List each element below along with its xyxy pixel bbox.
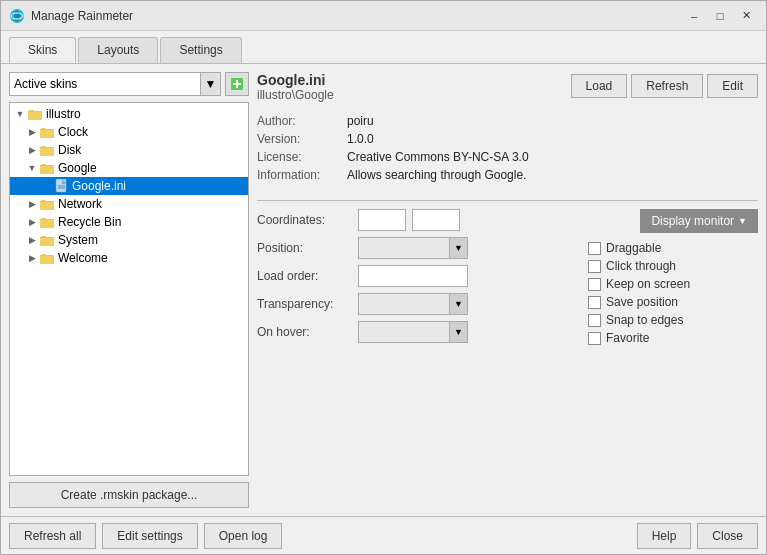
add-icon [230,77,244,91]
display-monitor-button[interactable]: Display monitor ▼ [640,209,758,233]
expand-arrow-recyclebin-icon: ▶ [26,216,38,228]
checkbox-saveposition-row: Save position [588,295,758,309]
tree-label-illustro: illustro [46,107,81,121]
tree-item-clock[interactable]: ▶ Clock [10,123,248,141]
folder-network-icon [39,196,55,212]
controls-section: Coordinates: Position: ▼ Lo [257,209,758,349]
rainmeter-icon [9,8,25,24]
tree-label-google: Google [58,161,97,175]
draggable-label: Draggable [606,241,661,255]
loadorder-input[interactable] [358,265,468,287]
keeponscreen-checkbox[interactable] [588,278,601,291]
load-button[interactable]: Load [571,74,628,98]
tree-label-recyclebin: Recycle Bin [58,215,121,229]
version-label: Version: [257,132,347,146]
draggable-checkbox[interactable] [588,242,601,255]
edit-button[interactable]: Edit [707,74,758,98]
tree-label-disk: Disk [58,143,81,157]
tab-settings[interactable]: Settings [160,37,241,63]
edit-settings-button[interactable]: Edit settings [102,523,197,549]
tree-label-network: Network [58,197,102,211]
expand-arrow-welcome-icon: ▶ [26,252,38,264]
minimize-button[interactable]: – [682,6,706,26]
tree-item-system[interactable]: ▶ System [10,231,248,249]
folder-welcome-icon [39,250,55,266]
checkboxes-column: Draggable Click through Keep on screen [588,241,758,345]
license-label: License: [257,150,347,164]
display-monitor-label: Display monitor [651,214,734,228]
folder-system-icon [39,232,55,248]
onhover-dropdown[interactable]: ▼ [358,321,468,343]
coordinates-label: Coordinates: [257,213,352,227]
favorite-checkbox[interactable] [588,332,601,345]
saveposition-label: Save position [606,295,678,309]
titlebar: Manage Rainmeter – □ ✕ [1,1,766,31]
position-label: Position: [257,241,352,255]
open-log-button[interactable]: Open log [204,523,283,549]
saveposition-checkbox[interactable] [588,296,601,309]
information-value: Allows searching through Google. [347,168,758,182]
divider [257,200,758,201]
license-value: Creative Commons BY-NC-SA 3.0 [347,150,758,164]
checkbox-favorite-row: Favorite [588,331,758,345]
main-content: Active skins ▼ ▼ [1,63,766,516]
skin-info-grid: Author: poiru Version: 1.0.0 License: Cr… [257,114,758,182]
skin-selector: Active skins ▼ [9,72,249,96]
position-dropdown[interactable]: ▼ [358,237,468,259]
add-skin-button[interactable] [225,72,249,96]
position-dropdown-arrow-icon: ▼ [449,238,467,258]
window-controls: – □ ✕ [682,6,758,26]
expand-arrow-icon: ▼ [14,108,26,120]
coord-y-input[interactable] [412,209,460,231]
tree-item-googleini[interactable]: ▶ Google.ini [10,177,248,195]
tree-label-system: System [58,233,98,247]
refresh-button[interactable]: Refresh [631,74,703,98]
expand-arrow-network-icon: ▶ [26,198,38,210]
display-monitor-arrow-icon: ▼ [738,216,747,226]
keeponscreen-label: Keep on screen [606,277,690,291]
snaptopedges-label: Snap to edges [606,313,683,327]
favorite-label: Favorite [606,331,649,345]
snaptopedges-checkbox[interactable] [588,314,601,327]
folder-icon [27,106,43,122]
clickthrough-checkbox[interactable] [588,260,601,273]
folder-disk-icon [39,142,55,158]
transparency-dropdown[interactable]: ▼ [358,293,468,315]
tree-item-illustro[interactable]: ▼ illustro [10,105,248,123]
right-panel: Google.ini illustro\Google Load Refresh … [257,72,758,508]
file-ini-icon [53,178,69,194]
help-button[interactable]: Help [637,523,692,549]
tab-skins[interactable]: Skins [9,37,76,63]
active-skins-dropdown[interactable]: Active skins ▼ [9,72,221,96]
manage-rainmeter-window: Manage Rainmeter – □ ✕ Skins Layouts Set… [0,0,767,555]
maximize-button[interactable]: □ [708,6,732,26]
close-window-button[interactable]: Close [697,523,758,549]
tree-item-disk[interactable]: ▶ Disk [10,141,248,159]
refresh-all-button[interactable]: Refresh all [9,523,96,549]
controls-left: Coordinates: Position: ▼ Lo [257,209,568,349]
skin-filepath: illustro\Google [257,88,334,102]
bottom-bar: Refresh all Edit settings Open log Help … [1,516,766,554]
checkbox-draggable-row: Draggable [588,241,758,255]
transparency-label: Transparency: [257,297,352,311]
tree-label-welcome: Welcome [58,251,108,265]
onhover-label: On hover: [257,325,352,339]
close-button[interactable]: ✕ [734,6,758,26]
checkbox-keeponscreen-row: Keep on screen [588,277,758,291]
folder-google-icon [39,160,55,176]
tree-item-network[interactable]: ▶ Network [10,195,248,213]
expand-arrow-clock-icon: ▶ [26,126,38,138]
skin-header: Google.ini illustro\Google Load Refresh … [257,72,758,110]
tree-item-google[interactable]: ▼ Google [10,159,248,177]
dropdown-arrow-icon: ▼ [200,73,220,95]
folder-recyclebin-icon [39,214,55,230]
create-rmskin-button[interactable]: Create .rmskin package... [9,482,249,508]
coord-x-input[interactable] [358,209,406,231]
expand-arrow-google-icon: ▼ [26,162,38,174]
tree-item-welcome[interactable]: ▶ Welcome [10,249,248,267]
tab-layouts[interactable]: Layouts [78,37,158,63]
tree-label-googleini: Google.ini [72,179,126,193]
tree-item-recyclebin[interactable]: ▶ Recycle Bin [10,213,248,231]
skin-title-area: Google.ini illustro\Google [257,72,334,110]
expand-arrow-disk-icon: ▶ [26,144,38,156]
